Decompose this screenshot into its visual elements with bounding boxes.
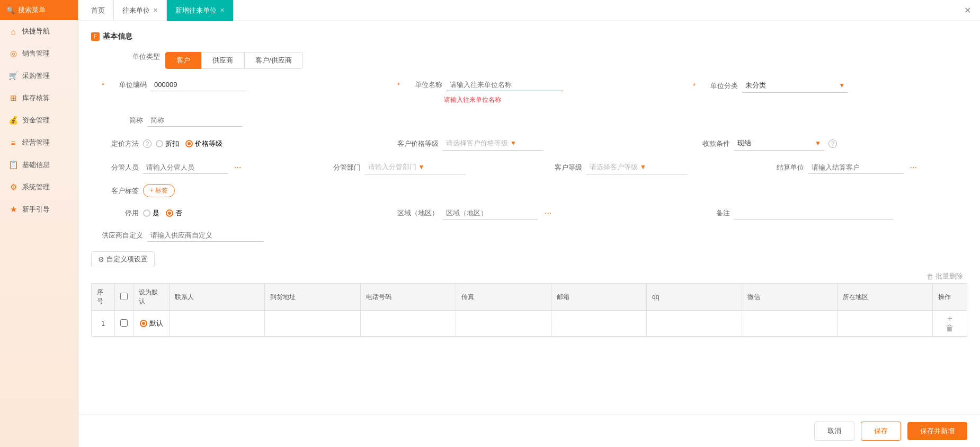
row-phone-input[interactable]	[366, 320, 450, 328]
table-row: 1 默认	[92, 311, 967, 337]
row-default-radio[interactable]: 默认	[139, 319, 164, 328]
search-menu-button[interactable]: 🔍 搜索菜单	[0, 0, 78, 20]
btn-supplier[interactable]: 供应商	[201, 52, 244, 69]
short-name-input[interactable]	[147, 114, 243, 127]
pricing-help-icon[interactable]: ?	[143, 139, 152, 148]
tab-new-partner[interactable]: 新增往来单位 ✕	[167, 0, 234, 21]
settlement-unit-label: 结算单位	[767, 163, 804, 172]
supplier-custom-input[interactable]	[147, 229, 264, 242]
sidebar-item-inventory[interactable]: ⊞ 库存核算	[0, 87, 78, 109]
payment-terms-label: 收款条件	[693, 139, 730, 148]
row-wechat-input[interactable]	[747, 320, 832, 328]
sidebar-item-sales[interactable]: ◎ 销售管理	[0, 42, 78, 65]
row-address[interactable]	[265, 311, 360, 337]
row-default: 默认	[133, 311, 170, 337]
basics-icon: 📋	[8, 160, 18, 170]
row-contact[interactable]	[170, 311, 265, 337]
unit-category-select[interactable]: 未分类 ▼	[742, 78, 848, 93]
manager-input[interactable]	[143, 161, 228, 174]
col-action: 操作	[933, 284, 967, 311]
customer-price-level-select[interactable]: 请选择客户价格等级 ▼	[443, 136, 544, 151]
sidebar-item-quick-nav[interactable]: ⌂ 快捷导航	[0, 20, 78, 42]
payment-terms-help-icon[interactable]: ?	[828, 139, 837, 148]
batch-delete-area: 🗑 批量删除	[91, 271, 967, 281]
row-wechat[interactable]	[742, 311, 838, 337]
add-tag-button[interactable]: + 标签	[143, 184, 175, 197]
col-phone: 电话号码	[360, 284, 456, 311]
unit-name-input[interactable]	[447, 78, 563, 91]
payment-terms-select[interactable]: 现结 ▼	[734, 136, 824, 151]
radio-yes-label: 是	[153, 208, 159, 218]
settlement-unit-dots-btn[interactable]: ···	[908, 163, 919, 172]
row-region-input[interactable]	[843, 320, 927, 328]
row-fax[interactable]	[456, 311, 551, 337]
sidebar-item-basics[interactable]: 📋 基础信息	[0, 154, 78, 176]
radio-discount[interactable]: 折扣	[156, 139, 179, 148]
tab-new-partner-close[interactable]: ✕	[220, 7, 225, 14]
customer-level-placeholder: 请选择客户等级	[590, 162, 638, 172]
remark-input[interactable]	[734, 207, 893, 220]
unit-info-row: * 单位编码 * 单位名称 请输入往来单位名称 * 单位分类	[102, 78, 967, 104]
row-contact-input[interactable]	[175, 320, 259, 328]
radio-disabled-yes[interactable]: 是	[143, 208, 159, 218]
row-qq[interactable]	[646, 311, 742, 337]
section-title: 基本信息	[103, 32, 132, 41]
row-fax-input[interactable]	[461, 320, 546, 328]
tab-partners-close[interactable]: ✕	[153, 7, 158, 14]
save-add-button[interactable]: 保存并新增	[907, 422, 967, 440]
settlement-unit-group: 结算单位 ···	[767, 161, 968, 174]
window-close-button[interactable]: ✕	[959, 2, 976, 19]
guide-icon: ★	[8, 205, 18, 214]
radio-price-level[interactable]: 价格等级	[185, 139, 222, 148]
row-add-button[interactable]: +	[946, 314, 955, 323]
unit-category-value: 未分类	[745, 81, 836, 90]
customer-level-select[interactable]: 请选择客户等级 ▼	[586, 160, 687, 174]
row-email-input[interactable]	[557, 320, 641, 328]
row-address-input[interactable]	[270, 320, 354, 328]
row-region[interactable]	[838, 311, 933, 337]
settlement-unit-input[interactable]	[808, 161, 904, 174]
row-email[interactable]	[551, 311, 646, 337]
tab-home-label: 首页	[91, 6, 105, 15]
manager-dots-btn[interactable]: ···	[232, 163, 243, 172]
col-contact: 联系人	[170, 284, 265, 311]
short-name-label: 简称	[106, 116, 143, 125]
sidebar-item-operations[interactable]: ≡ 经营管理	[0, 132, 78, 154]
region-input[interactable]	[443, 207, 538, 220]
batch-delete-button[interactable]: 🗑 批量删除	[926, 271, 963, 281]
sidebar-item-system[interactable]: ⚙ 系统管理	[0, 176, 78, 198]
btn-both[interactable]: 客户/供应商	[244, 52, 303, 69]
tab-home[interactable]: 首页	[83, 0, 114, 21]
col-seq: 序号	[92, 284, 115, 311]
customer-level-chevron: ▼	[640, 163, 646, 171]
col-checkbox	[115, 284, 133, 311]
customer-tag-row: 客户标签 + 标签	[102, 184, 967, 197]
row-phone[interactable]	[360, 311, 456, 337]
pricing-radio-group: 折扣 价格等级	[156, 139, 222, 148]
radio-price-level-circle	[185, 140, 193, 147]
region-label: 区域（地区）	[397, 208, 439, 218]
custom-settings-button[interactable]: ⚙ 自定义项设置	[91, 251, 155, 267]
sidebar-item-guide[interactable]: ★ 新手引导	[0, 198, 78, 221]
sidebar-item-purchase[interactable]: 🛒 采购管理	[0, 65, 78, 87]
row-checkbox[interactable]	[120, 319, 128, 327]
unit-name-error: 请输入往来单位名称	[444, 96, 501, 103]
supplier-custom-group: 供应商自定义	[102, 229, 967, 242]
btn-customer[interactable]: 客户	[165, 52, 201, 69]
tab-partners[interactable]: 往来单位 ✕	[114, 0, 167, 21]
inventory-icon: ⊞	[8, 93, 18, 103]
operations-icon: ≡	[8, 138, 18, 147]
save-button[interactable]: 保存	[861, 422, 901, 441]
row-qq-input[interactable]	[652, 320, 736, 328]
department-select[interactable]: 请输入分管部门 ▼	[365, 160, 466, 174]
table-select-all[interactable]	[120, 293, 128, 300]
row-delete-button[interactable]: 🗑	[943, 323, 956, 333]
unit-code-input[interactable]	[151, 78, 246, 91]
cancel-button[interactable]: 取消	[814, 422, 854, 441]
pricing-row: 定价方法 ? 折扣 价格等级 客户价格等级 请选择客户价格等级	[102, 136, 967, 151]
region-dots-btn[interactable]: ···	[542, 208, 554, 218]
unit-code-group: * 单位编码	[102, 78, 376, 91]
sidebar-item-finance[interactable]: 💰 资金管理	[0, 109, 78, 132]
radio-disabled-no[interactable]: 否	[166, 208, 182, 218]
col-fax: 传真	[456, 284, 551, 311]
